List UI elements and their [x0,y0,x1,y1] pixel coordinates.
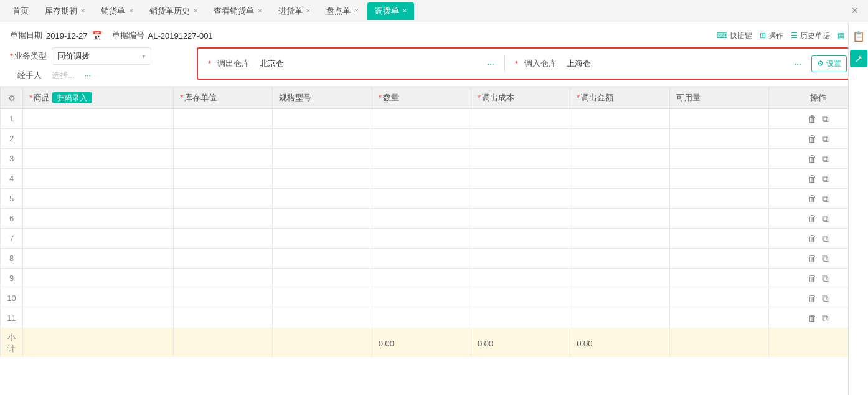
copy-icon-6[interactable]: ⧉ [822,213,829,224]
th-settings[interactable]: ⚙ [1,87,23,109]
cell-product-6[interactable] [23,209,174,229]
cell-qty-9[interactable] [372,269,471,288]
cell-spec-11[interactable] [273,308,372,328]
delete-icon-4[interactable]: 🗑 [808,173,817,184]
cell-available-4[interactable] [669,169,768,189]
cell-cost-8[interactable] [471,249,570,269]
cell-available-11[interactable] [669,308,768,328]
cell-amount-9[interactable] [570,269,669,288]
cell-unit-5[interactable] [174,189,273,209]
tab-close-stocktake[interactable]: × [354,7,358,14]
delete-icon-3[interactable]: 🗑 [808,153,817,164]
tab-view-sales[interactable]: 查看销货单× [206,2,269,20]
cell-product-4[interactable] [23,169,174,189]
tab-close-view-sales[interactable]: × [258,7,262,14]
cell-available-10[interactable] [669,288,768,308]
cell-amount-5[interactable] [570,189,669,209]
cell-product-3[interactable] [23,149,174,169]
delete-icon-1[interactable]: 🗑 [808,113,817,124]
tab-purchase-order[interactable]: 进货单× [271,2,318,20]
sidebar-note-icon[interactable]: 📋 [850,27,867,45]
cell-available-5[interactable] [669,189,768,209]
cell-product-11[interactable] [23,308,174,328]
tab-home[interactable]: 首页 [5,2,36,20]
cell-cost-7[interactable] [471,229,570,249]
cell-product-1[interactable] [23,109,174,129]
cell-unit-10[interactable] [174,288,273,308]
cell-product-2[interactable] [23,129,174,149]
cell-cost-1[interactable] [471,109,570,129]
tab-inventory-open[interactable]: 库存期初× [37,2,92,20]
cell-product-9[interactable] [23,269,174,288]
delete-icon-11[interactable]: 🗑 [808,313,817,323]
tab-transfer[interactable]: 调拨单× [367,2,414,20]
cell-spec-3[interactable] [273,149,372,169]
cell-product-8[interactable] [23,249,174,269]
layout-btn-1[interactable]: ▤ [837,31,844,40]
cell-cost-10[interactable] [471,288,570,308]
cell-amount-8[interactable] [570,249,669,269]
cell-spec-8[interactable] [273,249,372,269]
cell-cost-6[interactable] [471,209,570,229]
tab-close-sales-history[interactable]: × [194,7,197,14]
cell-qty-6[interactable] [372,209,471,229]
cell-spec-7[interactable] [273,229,372,249]
cell-qty-3[interactable] [372,149,471,169]
copy-icon-10[interactable]: ⧉ [822,293,829,303]
handler-select[interactable]: 选择... [52,70,75,81]
cell-amount-11[interactable] [570,308,669,328]
delete-icon-2[interactable]: 🗑 [808,133,817,144]
copy-icon-11[interactable]: ⧉ [822,313,829,323]
cell-spec-1[interactable] [273,109,372,129]
cell-available-3[interactable] [669,149,768,169]
delete-icon-7[interactable]: 🗑 [808,233,817,244]
cell-amount-2[interactable] [570,129,669,149]
calendar-icon[interactable]: 📅 [92,31,102,40]
cell-amount-3[interactable] [570,149,669,169]
delete-icon-6[interactable]: 🗑 [808,213,817,224]
delete-icon-5[interactable]: 🗑 [808,193,817,204]
cell-unit-11[interactable] [174,308,273,328]
cell-unit-3[interactable] [174,149,273,169]
cell-spec-2[interactable] [273,129,372,149]
cell-spec-6[interactable] [273,209,372,229]
cell-unit-1[interactable] [174,109,273,129]
cell-available-2[interactable] [669,129,768,149]
handler-ellipsis-btn[interactable]: ··· [85,71,91,80]
doc-date-value[interactable]: 2019-12-27 [46,31,88,40]
cell-qty-8[interactable] [372,249,471,269]
tab-close-inventory-open[interactable]: × [81,7,85,14]
cell-product-7[interactable] [23,229,174,249]
copy-icon-7[interactable]: ⧉ [822,233,829,244]
scan-button[interactable]: 扫码录入 [52,92,92,103]
cell-amount-4[interactable] [570,169,669,189]
cell-spec-5[interactable] [273,189,372,209]
copy-icon-4[interactable]: ⧉ [822,173,829,184]
copy-icon-5[interactable]: ⧉ [822,193,829,204]
cell-unit-8[interactable] [174,249,273,269]
copy-icon-9[interactable]: ⧉ [822,273,829,283]
cell-qty-4[interactable] [372,169,471,189]
operate-btn[interactable]: ⊞ 操作 [760,31,783,41]
tab-close-transfer[interactable]: × [403,7,407,14]
out-warehouse-ellipsis-btn[interactable]: ··· [487,59,494,69]
cell-unit-9[interactable] [174,269,273,288]
cell-qty-7[interactable] [372,229,471,249]
cell-qty-11[interactable] [372,308,471,328]
in-warehouse-ellipsis-btn[interactable]: ··· [794,59,801,69]
copy-icon-2[interactable]: ⧉ [822,133,829,144]
settings-button[interactable]: ⚙ 设置 [811,55,847,72]
cell-cost-2[interactable] [471,129,570,149]
tab-close-purchase-order[interactable]: × [306,7,310,14]
cell-product-5[interactable] [23,189,174,209]
shortcut-btn[interactable]: ⌨ 快捷键 [717,31,752,41]
cell-unit-2[interactable] [174,129,273,149]
cell-amount-10[interactable] [570,288,669,308]
cell-unit-4[interactable] [174,169,273,189]
delete-icon-10[interactable]: 🗑 [808,293,817,303]
tab-close-sales-order[interactable]: × [129,7,133,14]
copy-icon-3[interactable]: ⧉ [822,153,829,164]
cell-amount-7[interactable] [570,229,669,249]
cell-spec-9[interactable] [273,269,372,288]
cell-cost-5[interactable] [471,189,570,209]
